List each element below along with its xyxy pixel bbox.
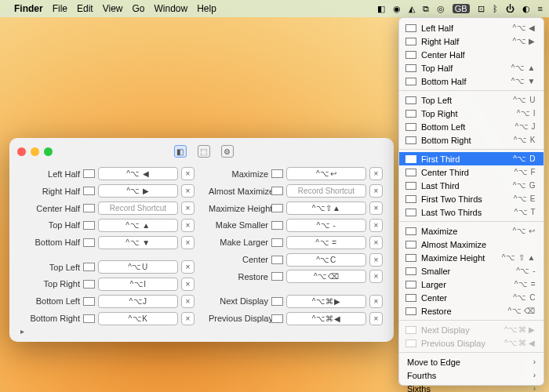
menu-item[interactable]: Bottom Half^⌥ ▼ bbox=[399, 74, 544, 88]
shortcut-field[interactable]: ^⌥K bbox=[98, 312, 178, 325]
titlebar[interactable]: ◧ ⬚ ⚙ bbox=[9, 138, 394, 165]
status-icon[interactable]: ◧ bbox=[377, 4, 385, 14]
shortcut-field[interactable]: ^⌥U bbox=[98, 260, 178, 274]
menu-item[interactable]: Restore^⌥ ⌫ bbox=[399, 304, 544, 318]
menu-edit[interactable]: Edit bbox=[77, 3, 93, 14]
bluetooth-icon[interactable]: ᛒ bbox=[493, 4, 498, 13]
menu-shortcut: ^⌥ J bbox=[515, 122, 536, 131]
shortcut-row: Center HalfRecord Shortcut× bbox=[20, 201, 195, 216]
menu-go[interactable]: Go bbox=[133, 3, 145, 14]
menu-window[interactable]: Window bbox=[155, 3, 188, 14]
shortcut-icon bbox=[83, 187, 95, 195]
shortcut-field[interactable]: ^⌥⌫ bbox=[286, 270, 366, 283]
menu-item[interactable]: Larger^⌥ = bbox=[399, 278, 544, 291]
status-icon[interactable]: ⧉ bbox=[423, 4, 429, 14]
clear-shortcut-button[interactable]: × bbox=[181, 201, 195, 215]
menu-item-label: Smaller bbox=[421, 267, 516, 276]
menu-item[interactable]: Center^⌥ C bbox=[399, 291, 544, 304]
menu-shortcut: ^⌥ E bbox=[514, 194, 536, 203]
zoom-button[interactable] bbox=[44, 147, 53, 156]
input-source-icon[interactable]: GB bbox=[453, 4, 470, 13]
shortcut-field[interactable]: ^⌥ = bbox=[286, 236, 366, 249]
shortcut-field[interactable]: ^⌥↩ bbox=[286, 167, 366, 180]
clear-shortcut-button[interactable]: × bbox=[181, 260, 195, 274]
shortcut-field[interactable]: ^⌥C bbox=[286, 253, 366, 267]
close-button[interactable] bbox=[17, 147, 26, 156]
clear-shortcut-button[interactable]: × bbox=[181, 312, 195, 325]
menu-item[interactable]: Left Half^⌥ ◀ bbox=[399, 21, 544, 34]
menu-item[interactable]: First Third^⌥ D bbox=[399, 152, 544, 165]
disclosure-toggle[interactable]: ▸ bbox=[20, 327, 24, 336]
menu-item[interactable]: Center Half bbox=[399, 48, 544, 61]
menu-item[interactable]: Center Third^⌥ F bbox=[399, 165, 544, 179]
clear-shortcut-button[interactable]: × bbox=[369, 167, 383, 180]
status-icon[interactable]: ◎ bbox=[437, 4, 445, 14]
shortcut-field[interactable]: ^⌥⇧▲ bbox=[286, 201, 366, 215]
menu-item[interactable]: Bottom Left^⌥ J bbox=[399, 120, 544, 133]
clear-shortcut-button[interactable]: × bbox=[369, 270, 383, 283]
tab-settings[interactable]: ⚙ bbox=[221, 145, 234, 158]
menu-item[interactable]: Move to Edge› bbox=[399, 355, 544, 368]
clear-shortcut-button[interactable]: × bbox=[181, 167, 195, 180]
shortcut-field[interactable]: ^⌥ ▲ bbox=[98, 219, 178, 232]
shortcut-label: Center Half bbox=[20, 204, 80, 213]
shortcut-field[interactable]: Record Shortcut bbox=[286, 184, 366, 198]
app-name[interactable]: Finder bbox=[14, 3, 43, 14]
clear-shortcut-button[interactable]: × bbox=[369, 253, 383, 267]
menu-shortcut: ^⌥ - bbox=[516, 267, 536, 275]
shortcut-field[interactable]: ^⌥I bbox=[98, 278, 178, 291]
menu-item-label: Bottom Half bbox=[421, 77, 511, 86]
status-icon[interactable]: ⊡ bbox=[478, 4, 485, 14]
clear-shortcut-button[interactable]: × bbox=[181, 278, 195, 291]
shortcut-field[interactable]: ^⌥⌘▶ bbox=[286, 295, 366, 308]
right-column: Maximize^⌥↩×Almost MaximizeRecord Shortc… bbox=[209, 166, 383, 326]
menu-help[interactable]: Help bbox=[197, 3, 216, 14]
clear-shortcut-button[interactable]: × bbox=[181, 295, 195, 308]
clear-shortcut-button[interactable]: × bbox=[369, 201, 383, 215]
minimize-button[interactable] bbox=[31, 147, 39, 156]
tab-snapping[interactable]: ⬚ bbox=[198, 145, 210, 158]
sound-icon[interactable]: ⏻ bbox=[506, 4, 514, 13]
shortcut-field[interactable]: Record Shortcut bbox=[98, 201, 178, 215]
status-icon[interactable]: ◭ bbox=[409, 4, 415, 14]
menu-item-label: Center Half bbox=[421, 50, 536, 60]
control-center-icon[interactable]: ≡ bbox=[538, 4, 543, 13]
status-icon[interactable]: ◐ bbox=[522, 4, 530, 14]
tab-shortcuts[interactable]: ◧ bbox=[174, 145, 187, 158]
clear-shortcut-button[interactable]: × bbox=[181, 184, 195, 198]
clear-shortcut-button[interactable]: × bbox=[181, 219, 195, 232]
menu-item[interactable]: Last Two Thirds^⌥ T bbox=[399, 205, 544, 219]
clear-shortcut-button[interactable]: × bbox=[369, 295, 383, 308]
menu-item[interactable]: Bottom Right^⌥ K bbox=[399, 133, 544, 147]
menu-item[interactable]: Smaller^⌥ - bbox=[399, 264, 544, 278]
menu-item[interactable]: Sixths› bbox=[399, 382, 544, 392]
clear-shortcut-button[interactable]: × bbox=[369, 236, 383, 249]
shortcut-field[interactable]: ^⌥ - bbox=[286, 219, 366, 232]
clear-shortcut-button[interactable]: × bbox=[369, 219, 383, 232]
shortcut-label: Maximize Height bbox=[209, 204, 268, 213]
menu-item[interactable]: First Two Thirds^⌥ E bbox=[399, 192, 544, 205]
menu-item[interactable]: Last Third^⌥ G bbox=[399, 179, 544, 192]
shortcut-field[interactable]: ^⌥J bbox=[98, 295, 178, 308]
shortcut-field[interactable]: ^⌥ ▼ bbox=[98, 236, 178, 249]
menu-item[interactable]: Top Right^⌥ I bbox=[399, 107, 544, 120]
shortcut-field[interactable]: ^⌥ ◀ bbox=[98, 167, 178, 180]
shortcut-icon bbox=[83, 297, 95, 306]
shortcut-field[interactable]: ^⌥ ▶ bbox=[98, 184, 178, 198]
clear-shortcut-button[interactable]: × bbox=[369, 312, 383, 325]
clear-shortcut-button[interactable]: × bbox=[181, 236, 195, 249]
menu-item-label: First Third bbox=[421, 154, 513, 164]
clear-shortcut-button[interactable]: × bbox=[369, 184, 383, 198]
menu-item[interactable]: Fourths› bbox=[399, 368, 544, 382]
status-icon[interactable]: ◉ bbox=[393, 4, 401, 14]
menu-item[interactable]: Maximize^⌥ ↩ bbox=[399, 224, 544, 238]
shortcut-field[interactable]: ^⌥⌘◀ bbox=[286, 312, 366, 325]
menu-file[interactable]: File bbox=[53, 3, 67, 14]
shortcut-icon bbox=[271, 169, 283, 178]
menu-item[interactable]: Top Half^⌥ ▲ bbox=[399, 61, 544, 74]
menu-item[interactable]: Top Left^⌥ U bbox=[399, 93, 544, 107]
menu-item[interactable]: Maximize Height^⌥ ⇧ ▲ bbox=[399, 251, 544, 264]
menu-item[interactable]: Almost Maximize bbox=[399, 238, 544, 251]
menu-item[interactable]: Right Half^⌥ ▶ bbox=[399, 34, 544, 48]
menu-view[interactable]: View bbox=[103, 3, 123, 14]
